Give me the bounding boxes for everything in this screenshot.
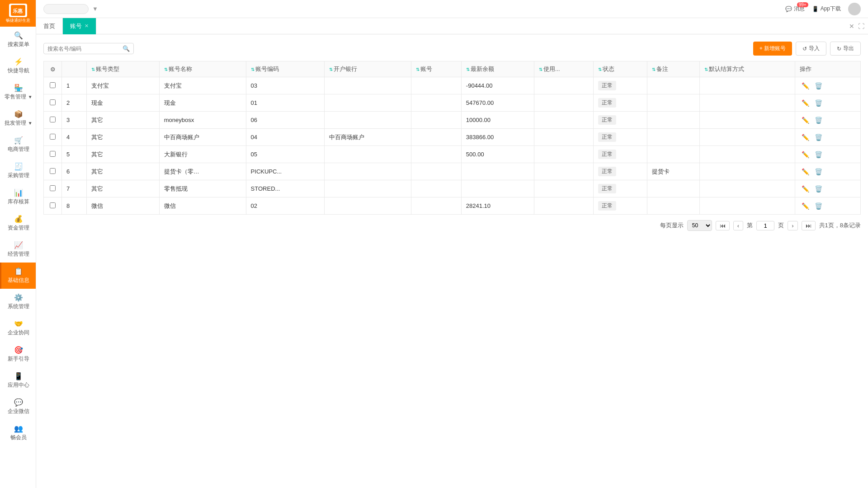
sidebar-item-ecommerce[interactable]: 🛒 电商管理 — [0, 131, 36, 158]
import-button[interactable]: ↺ 导入 — [796, 42, 826, 56]
cell-note — [647, 112, 699, 129]
col-latest-balance[interactable]: ⇅最新余额 — [461, 61, 534, 77]
cell-checkbox[interactable] — [44, 94, 62, 112]
cell-account-type: 现金 — [86, 94, 159, 112]
sidebar-item-system[interactable]: ⚙️ 系统管理 — [0, 289, 36, 315]
col-account-type[interactable]: ⇅账号类型 — [86, 61, 159, 77]
quick-nav-icon: ⚡ — [3, 57, 34, 66]
cell-account-code: 05 — [246, 146, 325, 163]
add-account-button[interactable]: + 新增账号 — [753, 42, 792, 56]
search-icon[interactable]: 🔍 — [123, 45, 130, 52]
edit-button[interactable]: ✏️ — [800, 99, 811, 108]
cell-checkbox[interactable] — [44, 180, 62, 197]
close-window-icon[interactable]: ✕ — [849, 23, 854, 30]
sidebar-item-basic-info[interactable]: 📋 基础信息 — [0, 263, 36, 289]
col-account-code[interactable]: ⇅账号编码 — [246, 61, 325, 77]
purchase-icon: 🧾 — [3, 162, 34, 171]
cell-status: 正常 — [594, 129, 647, 146]
app-download-button[interactable]: 📱 App下载 — [812, 5, 841, 13]
edit-button[interactable]: ✏️ — [800, 167, 811, 176]
toolbar-right: + 新增账号 ↺ 导入 ↻ 导出 — [753, 42, 861, 56]
delete-button[interactable]: 🗑️ — [813, 150, 824, 159]
maximize-window-icon[interactable]: ⛶ — [858, 23, 864, 30]
edit-button[interactable]: ✏️ — [800, 202, 811, 211]
sidebar-item-enterprise[interactable]: 🤝 企业协同 — [0, 315, 36, 341]
cell-index: 6 — [62, 163, 87, 180]
row-checkbox[interactable] — [50, 168, 56, 174]
col-usage[interactable]: ⇅使用... — [534, 61, 594, 77]
row-checkbox[interactable] — [50, 117, 56, 122]
row-checkbox[interactable] — [50, 151, 56, 157]
cell-checkbox[interactable] — [44, 129, 62, 146]
col-default-settlement[interactable]: ⇅默认结算方式 — [699, 61, 795, 77]
row-checkbox[interactable] — [50, 185, 56, 191]
sidebar-item-inventory[interactable]: 📊 库存核算 — [0, 184, 36, 210]
first-page-button[interactable]: ⏮ — [716, 221, 730, 230]
next-page-button[interactable]: › — [788, 221, 797, 230]
sidebar-item-finance[interactable]: 💰 资金管理 — [0, 210, 36, 236]
col-settings[interactable]: ⚙ — [44, 61, 62, 77]
operations-icon: 📈 — [3, 241, 34, 249]
cell-action: ✏️ 🗑️ — [795, 112, 861, 129]
tab-home[interactable]: 首页 — [36, 18, 63, 34]
export-button[interactable]: ↻ 导出 — [830, 42, 861, 56]
prev-page-button[interactable]: ‹ — [733, 221, 743, 230]
topbar-search-input[interactable] — [43, 4, 89, 14]
delete-button[interactable]: 🗑️ — [813, 167, 824, 176]
row-checkbox[interactable] — [50, 202, 56, 208]
messages-button[interactable]: 💬 消息 99+ — [785, 5, 805, 13]
sidebar-item-member[interactable]: 👥 畅会员 — [0, 420, 36, 446]
last-page-button[interactable]: ⏭ — [802, 221, 816, 230]
sidebar-item-app-center[interactable]: 📱 应用中心 — [0, 367, 36, 394]
page-number-input[interactable] — [756, 221, 774, 230]
row-checkbox[interactable] — [50, 82, 56, 88]
tab-account-close[interactable]: ✕ — [85, 23, 89, 29]
delete-button[interactable]: 🗑️ — [813, 116, 824, 125]
col-status[interactable]: ⇅状态 — [594, 61, 647, 77]
delete-button[interactable]: 🗑️ — [813, 184, 824, 193]
wholesale-icon: 📦 — [3, 110, 34, 118]
sidebar-item-purchase[interactable]: 🧾 采购管理 — [0, 158, 36, 184]
delete-button[interactable]: 🗑️ — [813, 202, 824, 211]
cell-checkbox[interactable] — [44, 146, 62, 163]
delete-button[interactable]: 🗑️ — [813, 99, 824, 108]
edit-button[interactable]: ✏️ — [800, 184, 811, 193]
sidebar-item-wholesale[interactable]: 📦 批发管理 ▼ — [0, 105, 36, 131]
inventory-icon: 📊 — [3, 188, 34, 197]
topbar-dropdown-icon[interactable]: ▼ — [92, 5, 98, 12]
col-account-no[interactable]: ⇅账号 — [411, 61, 462, 77]
cell-checkbox[interactable] — [44, 77, 62, 94]
row-checkbox[interactable] — [50, 134, 56, 140]
search-input[interactable] — [47, 46, 123, 52]
sidebar-item-retail[interactable]: 🏪 零售管理 ▼ — [0, 79, 36, 105]
sidebar-item-search-menu[interactable]: 🔍 搜索菜单 — [0, 27, 36, 53]
cell-note — [647, 129, 699, 146]
cell-action: ✏️ 🗑️ — [795, 129, 861, 146]
sidebar-item-wechat[interactable]: 💬 企业微信 — [0, 394, 36, 420]
col-bank[interactable]: ⇅开户银行 — [325, 61, 411, 77]
page-size-select[interactable]: 50 10 20 100 — [687, 220, 712, 231]
edit-button[interactable]: ✏️ — [800, 133, 811, 142]
cell-status: 正常 — [594, 180, 647, 197]
col-note[interactable]: ⇅备注 — [647, 61, 699, 77]
edit-button[interactable]: ✏️ — [800, 116, 811, 125]
cell-account-code: 06 — [246, 112, 325, 129]
accounts-table: ⚙ ⇅账号类型 ⇅账号名称 ⇅账号编码 ⇅开户银行 ⇅账号 ⇅最新余额 ⇅使用.… — [43, 61, 861, 215]
col-account-name[interactable]: ⇅账号名称 — [159, 61, 246, 77]
sidebar-item-guide[interactable]: 🎯 新手引导 — [0, 341, 36, 367]
edit-button[interactable]: ✏️ — [800, 81, 811, 90]
cell-checkbox[interactable] — [44, 197, 62, 215]
cell-status: 正常 — [594, 146, 647, 163]
edit-button[interactable]: ✏️ — [800, 150, 811, 159]
tab-account[interactable]: 账号 ✕ — [63, 18, 96, 34]
row-checkbox[interactable] — [50, 99, 56, 105]
cell-checkbox[interactable] — [44, 112, 62, 129]
cell-checkbox[interactable] — [44, 163, 62, 180]
delete-button[interactable]: 🗑️ — [813, 81, 824, 90]
user-avatar[interactable] — [848, 3, 861, 15]
cell-bank — [325, 197, 411, 215]
sidebar-item-quick-nav[interactable]: ⚡ 快捷导航 — [0, 53, 36, 79]
cell-index: 2 — [62, 94, 87, 112]
sidebar-item-operations[interactable]: 📈 经营管理 — [0, 236, 36, 263]
delete-button[interactable]: 🗑️ — [813, 133, 824, 142]
